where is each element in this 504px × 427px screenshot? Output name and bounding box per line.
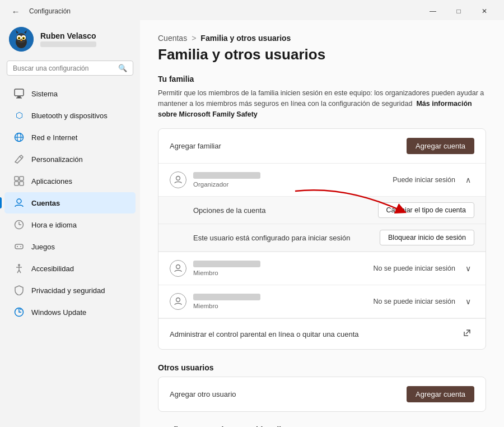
app-title: Configuración (29, 7, 71, 15)
svg-rect-14 (16, 98, 22, 99)
svg-line-34 (19, 270, 21, 273)
aplicaciones-icon (13, 175, 25, 187)
quiosco-section-title: Configurar un quiosco multimedia (158, 421, 486, 427)
maximize-button[interactable]: □ (446, 3, 472, 20)
user-name-blur-miembro2 (193, 294, 260, 300)
otros-usuarios-card: Agregar otro usuario Agregar cuenta (158, 377, 486, 412)
sidebar-label-cuentas: Cuentas (31, 199, 60, 207)
svg-point-39 (176, 298, 180, 302)
svg-point-7 (18, 38, 20, 39)
user-left-organizador: Organizador (170, 171, 260, 188)
user-icon-miembro1 (170, 260, 186, 277)
accesibilidad-icon (13, 263, 25, 274)
user-status-organizador: Puede iniciar sesión (393, 176, 455, 184)
avatar (9, 27, 34, 52)
title-bar-left: ← Configuración (7, 3, 71, 20)
user-role-miembro2: Miembro (193, 303, 260, 309)
agregar-familiar-label: Agregar familiar (170, 142, 221, 150)
sidebar-label-windowsupdate: Windows Update (31, 308, 86, 317)
user-sub-info (40, 41, 96, 47)
sidebar-label-bluetooth: Bluetooth y dispositivos (31, 112, 108, 120)
svg-point-36 (176, 177, 180, 180)
sidebar: Ruben Velasco 🔍 Sistema ⬡ Bluetooth y di… (0, 20, 140, 427)
svg-point-30 (18, 264, 20, 266)
agregar-otro-usuario-label: Agregar otro usuario (170, 390, 236, 398)
svg-rect-13 (17, 96, 21, 98)
sidebar-item-windowsupdate[interactable]: Windows Update (4, 301, 136, 323)
expand-button-organizador[interactable]: ∧ (462, 174, 474, 185)
sidebar-item-bluetooth[interactable]: ⬡ Bluetooth y dispositivos (4, 105, 136, 126)
user-info-miembro2: Miembro (193, 294, 260, 309)
agregar-otro-usuario-row: Agregar otro usuario Agregar cuenta (158, 377, 486, 411)
sidebar-item-cuentas[interactable]: Cuentas (4, 192, 136, 214)
windowsupdate-icon (13, 307, 25, 318)
svg-point-29 (20, 246, 21, 247)
sidebar-label-privacidad: Privacidad y seguridad (31, 286, 105, 295)
close-button[interactable]: ✕ (472, 3, 497, 20)
opciones-cuenta-label: Opciones de la cuenta (193, 206, 265, 215)
agregar-cuenta-button-familia[interactable]: Agregar cuenta (407, 138, 474, 154)
bloquear-inicio-sesion-button[interactable]: Bloquear inicio de sesión (380, 230, 474, 245)
user-status-miembro1: No se puede iniciar sesión (373, 264, 455, 272)
parental-control-ext-link[interactable] (460, 328, 474, 340)
sidebar-nav: Sistema ⬡ Bluetooth y dispositivos Red e… (0, 82, 140, 323)
user-left-miembro2: Miembro (170, 293, 260, 310)
user-expanded-organizador: Opciones de la cuenta Cambiar el tipo de… (158, 197, 486, 252)
sidebar-item-juegos[interactable]: Juegos (4, 236, 136, 257)
sidebar-item-red[interactable]: Red e Internet (4, 127, 136, 148)
user-profile: Ruben Velasco (0, 20, 140, 61)
sidebar-item-sistema[interactable]: Sistema (4, 83, 136, 104)
user-icon-organizador (170, 171, 186, 188)
sidebar-item-aplicaciones[interactable]: Aplicaciones (4, 170, 136, 192)
svg-rect-12 (15, 89, 24, 96)
search-input[interactable] (13, 64, 114, 72)
expand-button-miembro2[interactable]: ∨ (462, 296, 474, 307)
user-row-organizador: Organizador Puede iniciar sesión ∧ (158, 164, 486, 197)
expand-button-miembro1[interactable]: ∨ (462, 263, 474, 274)
user-right-miembro1: No se puede iniciar sesión ∨ (373, 263, 474, 274)
sidebar-label-aplicaciones: Aplicaciones (31, 177, 72, 185)
cuentas-icon (13, 197, 25, 208)
breadcrumb: Cuentas > Familia y otros usuarios (158, 34, 486, 43)
user-right-organizador: Puede iniciar sesión ∧ (393, 174, 474, 185)
main-content: Cuentas > Familia y otros usuarios Famil… (140, 20, 504, 427)
familia-card: Agregar familiar Agregar cuenta Organiza… (158, 128, 486, 350)
svg-line-33 (17, 270, 19, 273)
user-row-miembro2: Miembro No se puede iniciar sesión ∨ (158, 285, 486, 318)
user-info: Ruben Velasco (40, 31, 96, 47)
title-bar: ← Configuración — □ ✕ (0, 0, 504, 20)
bloquear-sesion-row: Este usuario está configurado para inici… (158, 224, 486, 252)
parental-control-label: Administrar el control parental en línea… (170, 330, 358, 338)
user-icon-miembro2 (170, 293, 186, 310)
svg-point-22 (17, 199, 21, 203)
sidebar-label-red: Red e Internet (31, 133, 77, 142)
sidebar-label-accesibilidad: Accesibilidad (31, 264, 74, 273)
svg-rect-18 (15, 177, 18, 180)
user-status-miembro2: No se puede iniciar sesión (373, 298, 455, 305)
user-left-miembro1: Miembro (170, 260, 260, 277)
sidebar-item-accesibilidad[interactable]: Accesibilidad (4, 258, 136, 279)
hora-icon (13, 219, 25, 230)
user-right-miembro2: No se puede iniciar sesión ∨ (373, 296, 474, 307)
sidebar-item-personalizacion[interactable]: Personalización (4, 148, 136, 170)
agregar-familiar-row: Agregar familiar Agregar cuenta (158, 129, 486, 164)
sidebar-item-privacidad[interactable]: Privacidad y seguridad (4, 280, 136, 301)
svg-rect-21 (20, 182, 24, 185)
svg-rect-20 (15, 182, 18, 185)
back-button[interactable]: ← (7, 3, 25, 20)
svg-rect-26 (15, 244, 23, 249)
svg-point-38 (176, 265, 180, 269)
sidebar-label-sistema: Sistema (31, 90, 58, 98)
sidebar-item-hora[interactable]: Hora e idioma (4, 214, 136, 235)
minimize-button[interactable]: — (420, 3, 446, 20)
opciones-cuenta-row: Opciones de la cuenta Cambiar el tipo de… (158, 197, 486, 224)
search-box[interactable]: 🔍 (7, 61, 133, 76)
parental-control-row: Administrar el control parental en línea… (158, 318, 486, 349)
page-title: Familia y otros usuarios (158, 46, 486, 63)
agregar-cuenta-button-otros[interactable]: Agregar cuenta (407, 386, 474, 402)
sidebar-label-juegos: Juegos (31, 243, 55, 251)
cambiar-tipo-cuenta-button[interactable]: Cambiar el tipo de cuenta (378, 202, 474, 218)
sidebar-label-personalizacion: Personalización (31, 155, 83, 164)
svg-point-8 (23, 38, 25, 39)
user-role-organizador: Organizador (193, 181, 260, 188)
